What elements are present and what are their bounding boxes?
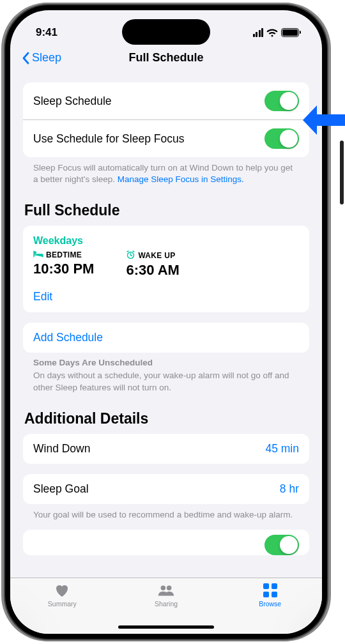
tab-summary[interactable]: Summary [10,578,114,634]
sleep-focus-toggle[interactable] [264,128,299,149]
svg-point-1 [161,586,165,590]
wind-down-row[interactable]: Wind Down 45 min [23,434,309,464]
toggle-footer: Sleep Focus will automatically turn on a… [23,157,309,185]
sleep-goal-label: Sleep Goal [33,482,89,496]
sleep-focus-label: Use Schedule for Sleep Focus [33,132,184,146]
people-icon [157,583,175,598]
dynamic-island [122,19,210,45]
back-label: Sleep [32,51,61,65]
partial-toggle[interactable] [264,535,299,555]
sleep-goal-footer: Your goal will be used to recommend a be… [23,504,309,521]
tab-summary-label: Summary [48,600,77,608]
sleep-goal-row[interactable]: Sleep Goal 8 hr [23,474,309,504]
bedtime-label: BEDTIME [46,250,82,259]
page-title: Full Schedule [128,51,203,65]
svg-rect-3 [263,583,269,589]
sleep-schedule-label: Sleep Schedule [33,95,112,108]
add-schedule-button[interactable]: Add Schedule [33,331,103,344]
heart-icon [53,583,71,598]
back-button[interactable]: Sleep [22,51,61,65]
wakeup-value: 6:30 AM [126,262,180,279]
signal-icon [253,28,264,37]
tab-browse[interactable]: Browse [218,578,322,634]
sleep-schedule-toggle[interactable] [264,91,299,111]
alarm-icon [126,250,135,261]
grid-icon [261,583,279,598]
edit-schedule-button[interactable]: Edit [33,290,52,303]
wind-down-value: 45 min [265,442,299,456]
svg-point-2 [167,586,171,590]
home-indicator[interactable] [118,625,214,629]
wind-down-label: Wind Down [33,442,90,456]
manage-sleep-focus-link[interactable]: Manage Sleep Focus in Settings. [118,174,244,184]
additional-details-header: Additional Details [23,394,309,434]
svg-rect-5 [263,592,269,597]
wifi-icon [266,29,278,37]
sleep-goal-value: 8 hr [280,482,299,496]
annotation-arrow [303,105,345,135]
tab-browse-label: Browse [259,600,281,608]
battery-icon [281,28,299,37]
weekdays-schedule-card: Weekdays BEDTIME 10:30 PM [23,226,309,312]
svg-rect-4 [272,583,277,589]
schedule-group-title: Weekdays [33,235,299,247]
wakeup-label: WAKE UP [138,251,175,260]
unscheduled-text: On days without a schedule, your wake-up… [23,369,309,393]
navbar: Sleep Full Schedule [10,45,322,72]
tab-sharing-label: Sharing [155,600,178,608]
unscheduled-title: Some Days Are Unscheduled [23,353,309,369]
full-schedule-header: Full Schedule [23,185,309,226]
bed-icon [33,250,43,259]
toggle-card: Sleep Schedule Use Schedule for Sleep Fo… [23,82,309,157]
chevron-left-icon [22,52,29,65]
bedtime-value: 10:30 PM [33,261,94,277]
svg-rect-6 [272,592,277,597]
status-time: 9:41 [36,26,57,39]
